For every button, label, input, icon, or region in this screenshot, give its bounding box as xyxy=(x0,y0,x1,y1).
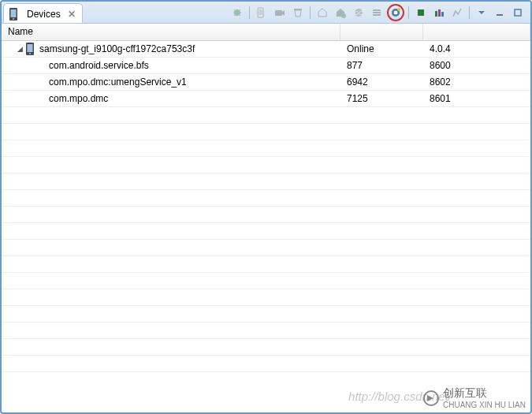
table-row[interactable]: com.mpo.dmc:umengService_v169428602 xyxy=(2,74,530,91)
gc-icon[interactable]: GC xyxy=(351,5,366,21)
svg-rect-20 xyxy=(418,9,424,16)
cell-col3: 8601 xyxy=(423,91,530,106)
update-heap-icon[interactable] xyxy=(314,5,330,21)
separator xyxy=(469,6,470,19)
table-row xyxy=(2,124,530,140)
table-row xyxy=(2,240,530,256)
svg-rect-15 xyxy=(373,12,381,13)
cell-name: com.mpo.dmc xyxy=(2,91,340,106)
svg-rect-8 xyxy=(259,9,262,15)
tab-close-icon[interactable]: ✕ xyxy=(68,9,76,20)
cell-col2: Online xyxy=(340,42,423,56)
svg-rect-16 xyxy=(373,14,381,16)
header-col3[interactable] xyxy=(423,24,530,40)
devices-tab[interactable]: Devices ✕ xyxy=(3,3,83,23)
row-name-text: com.mpo.dmc xyxy=(49,93,108,104)
separator xyxy=(408,6,409,19)
table-row xyxy=(2,223,530,240)
dump-hprof-icon[interactable] xyxy=(333,5,348,21)
table-row[interactable]: ◢samsung-gt_i9100g-cff1972ca753c3fOnline… xyxy=(2,41,530,58)
svg-rect-27 xyxy=(28,44,33,52)
devices-panel: Devices ✕ GC Name ◢s xyxy=(0,0,532,414)
svg-point-2 xyxy=(13,18,14,20)
row-name-text: samsung-gt_i9100g-cff1972ca753c3f xyxy=(39,43,195,54)
svg-point-28 xyxy=(29,53,31,54)
row-name-text: com.android.service.bfs xyxy=(49,60,149,71)
table-row[interactable]: com.mpo.dmc71258601 xyxy=(2,91,530,107)
debug-icon[interactable] xyxy=(229,5,245,21)
cell-name: ◢samsung-gt_i9100g-cff1972ca753c3f xyxy=(2,41,340,57)
svg-rect-22 xyxy=(438,9,441,17)
table-row xyxy=(2,339,530,356)
separator xyxy=(249,6,250,19)
stop-icon[interactable] xyxy=(413,5,429,21)
table-row xyxy=(2,356,530,372)
svg-point-18 xyxy=(394,10,398,14)
cell-col3: 8602 xyxy=(423,75,530,89)
table-row xyxy=(2,140,530,157)
svg-rect-14 xyxy=(373,9,381,11)
svg-rect-21 xyxy=(435,11,437,17)
phone-icon xyxy=(9,8,18,21)
titlebar: Devices ✕ GC xyxy=(2,2,530,24)
svg-rect-9 xyxy=(275,10,282,16)
cell-col3: 4.0.4 xyxy=(423,42,530,56)
svg-rect-10 xyxy=(294,9,302,10)
svg-rect-25 xyxy=(515,9,521,16)
svg-text:GC: GC xyxy=(355,10,363,16)
cell-name: com.mpo.dmc:umengService_v1 xyxy=(2,75,340,89)
cell-name: com.android.service.bfs xyxy=(2,58,340,73)
table-row xyxy=(2,256,530,273)
header-name[interactable]: Name xyxy=(2,24,340,40)
trash-icon[interactable] xyxy=(290,5,306,21)
table-row xyxy=(2,157,530,173)
hierarchy-icon[interactable] xyxy=(431,5,447,21)
table-row[interactable]: com.android.service.bfs8778600 xyxy=(2,58,530,74)
maximize-icon[interactable] xyxy=(510,5,526,21)
method-profiling-icon[interactable] xyxy=(387,4,404,21)
separator xyxy=(310,6,311,19)
svg-point-11 xyxy=(341,13,346,18)
table-row xyxy=(2,207,530,223)
cell-col2: 877 xyxy=(340,58,423,73)
table-header: Name xyxy=(2,24,530,41)
tab-title: Devices xyxy=(27,9,61,20)
screenshot-icon[interactable] xyxy=(254,5,270,21)
toolbar: GC xyxy=(83,2,530,23)
cell-col2: 7125 xyxy=(340,91,423,106)
table-row xyxy=(2,289,530,306)
cell-col2: 6942 xyxy=(340,75,423,89)
view-menu-icon[interactable] xyxy=(474,5,489,21)
table-row xyxy=(2,323,530,339)
phone-icon xyxy=(25,43,35,55)
svg-rect-1 xyxy=(11,9,17,17)
minimize-icon[interactable] xyxy=(492,5,508,21)
cell-col3: 8600 xyxy=(423,58,530,73)
update-threads-icon[interactable] xyxy=(369,5,385,21)
svg-rect-23 xyxy=(441,12,444,17)
expander-icon[interactable]: ◢ xyxy=(16,45,24,53)
svg-rect-24 xyxy=(497,14,503,16)
table-row xyxy=(2,173,530,190)
table-row xyxy=(2,273,530,289)
systrace-icon[interactable] xyxy=(449,5,465,21)
svg-point-19 xyxy=(397,8,400,11)
table-row xyxy=(2,306,530,323)
table-row xyxy=(2,107,530,124)
camera-icon[interactable] xyxy=(272,5,288,21)
header-col2[interactable] xyxy=(340,24,423,40)
row-name-text: com.mpo.dmc:umengService_v1 xyxy=(49,76,187,88)
table-row xyxy=(2,190,530,207)
device-tree[interactable]: ◢samsung-gt_i9100g-cff1972ca753c3fOnline… xyxy=(2,41,530,405)
